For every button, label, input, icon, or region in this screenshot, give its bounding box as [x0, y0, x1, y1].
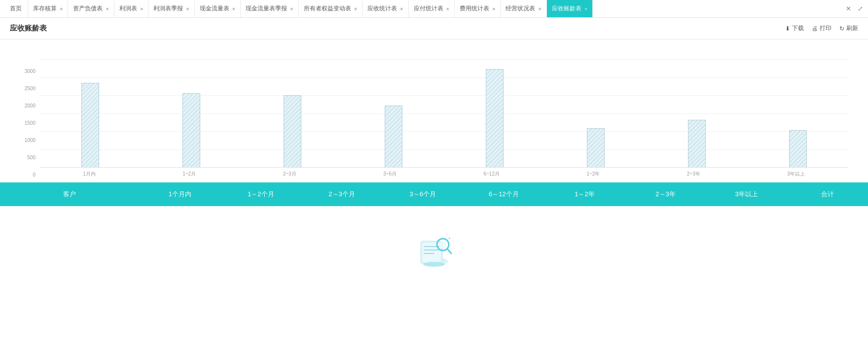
tab-ar-stats[interactable]: 应收统计表 ×	[362, 0, 408, 18]
chart-body: 1月内1~2月2~3月3~6月6~12月1~2年2~3年3年以上	[39, 59, 848, 178]
bar-group-4	[486, 69, 504, 168]
tab-equity[interactable]: 所有者权益变动表 ×	[299, 0, 362, 18]
svg-point-8	[439, 241, 447, 248]
svg-text:·: ·	[450, 241, 451, 244]
tab-close-profit[interactable]: ×	[140, 6, 143, 12]
tab-close-equity[interactable]: ×	[354, 6, 357, 12]
tab-expense-stats[interactable]: 费用统计表 ×	[455, 0, 501, 18]
bar-group-1	[182, 93, 200, 168]
th-1-2month: 1～2个月	[220, 190, 301, 199]
zero-line	[39, 167, 848, 168]
x-label-4: 6~12月	[483, 171, 500, 178]
th-customer: 客户	[0, 190, 140, 199]
y-label-0: 0	[20, 173, 36, 178]
tab-profit-quarterly[interactable]: 利润表季报 ×	[148, 0, 194, 18]
tab-close-ar-aging[interactable]: ×	[584, 6, 587, 12]
x-label-0: 1月内	[83, 171, 96, 178]
maximize-button[interactable]: ⤢	[856, 5, 864, 13]
tab-close-ar-stats[interactable]: ×	[400, 6, 403, 12]
tab-close-cashflow[interactable]: ×	[232, 6, 235, 12]
main-content: 0 500 1000 1500 2000 2500 3000	[0, 39, 868, 355]
bar-group-2	[284, 95, 301, 168]
tab-close-operations[interactable]: ×	[538, 6, 541, 12]
tab-operations[interactable]: 经营状况表 ×	[501, 0, 546, 18]
bar-group-5	[587, 128, 605, 168]
svg-point-6	[423, 262, 445, 267]
x-label-2: 2~3月	[283, 171, 296, 178]
bars-row	[39, 59, 848, 168]
print-button[interactable]: 🖨 打印	[812, 24, 832, 33]
tab-profit[interactable]: 利润表 ×	[114, 0, 148, 18]
bar-group-3	[385, 106, 402, 168]
tab-inventory[interactable]: 库存核算 ×	[28, 0, 68, 18]
th-1month: 1个月内	[140, 190, 220, 199]
y-label-500: 500	[20, 155, 36, 160]
empty-illustration: ✦ ·	[409, 226, 459, 275]
y-label-2000: 2000	[20, 104, 36, 108]
tab-cashflow-quarterly[interactable]: 现金流量表季报 ×	[241, 0, 298, 18]
table-body: ✦ ·	[0, 206, 868, 355]
window-controls: ✕ ⤢	[844, 5, 864, 13]
svg-line-9	[447, 249, 451, 253]
bar-group-0	[81, 83, 99, 168]
svg-text:✦: ✦	[448, 236, 451, 241]
y-label-1500: 1500	[20, 121, 36, 126]
tab-close-balance[interactable]: ×	[106, 6, 108, 12]
tab-cashflow[interactable]: 现金流量表 ×	[195, 0, 241, 18]
x-label-3: 3~6月	[383, 171, 397, 178]
tab-ap-stats[interactable]: 应付统计表 ×	[409, 0, 455, 18]
th-total: 合计	[787, 190, 868, 199]
th-3-6month: 3～6个月	[382, 190, 463, 199]
tab-balance[interactable]: 资产负债表 ×	[68, 0, 114, 18]
tab-close-cashflow-quarterly[interactable]: ×	[290, 6, 293, 12]
bar-group-7	[789, 130, 807, 168]
y-label-2500: 2500	[20, 86, 36, 91]
print-icon: 🖨	[812, 25, 818, 32]
table-header: 客户1个月内1～2个月2～3个月3～6个月6～12个月1～2年2～3年3年以上合…	[0, 182, 868, 206]
y-label-1000: 1000	[20, 138, 36, 143]
svg-rect-2	[422, 243, 441, 262]
tab-home[interactable]: 首页	[4, 0, 28, 18]
refresh-button[interactable]: ↻ 刷新	[839, 24, 858, 33]
y-axis: 0 500 1000 1500 2000 2500 3000	[20, 69, 36, 178]
refresh-icon: ↻	[839, 25, 844, 32]
x-label-1: 1~2月	[182, 171, 196, 178]
tab-ar-aging[interactable]: 应收账龄表 ×	[547, 0, 593, 18]
page-header: 应收账龄表 ⬇ 下载 🖨 打印 ↻ 刷新	[0, 18, 868, 39]
x-label-6: 2~3年	[687, 171, 700, 178]
tab-close-expense-stats[interactable]: ×	[492, 6, 495, 12]
tab-close-ap-stats[interactable]: ×	[446, 6, 449, 12]
th-2-3year: 2～3年	[625, 190, 706, 199]
tab-close-profit-quarterly[interactable]: ×	[186, 6, 189, 12]
header-actions: ⬇ 下载 🖨 打印 ↻ 刷新	[785, 24, 858, 33]
tab-close-inventory[interactable]: ×	[60, 6, 63, 12]
x-label-7: 3年以上	[787, 171, 805, 178]
minimize-button[interactable]: ✕	[844, 5, 852, 13]
chart-area: 0 500 1000 1500 2000 2500 3000	[0, 39, 868, 182]
y-label-3000: 3000	[20, 69, 36, 74]
download-icon: ⬇	[785, 25, 790, 32]
x-label-5: 1~2年	[586, 171, 600, 178]
th-3year-plus: 3年以上	[706, 190, 787, 199]
tab-bar: 首页 库存核算 × 资产负债表 × 利润表 × 利润表季报 × 现金流量表 × …	[0, 0, 868, 18]
th-1-2year: 1～2年	[544, 190, 625, 199]
chart-container: 0 500 1000 1500 2000 2500 3000	[20, 49, 848, 178]
download-button[interactable]: ⬇ 下载	[785, 24, 804, 33]
th-6-12month: 6～12个月	[463, 190, 544, 199]
bar-group-6	[688, 120, 706, 168]
empty-state: ✦ ·	[409, 216, 459, 275]
page-title: 应收账龄表	[10, 24, 47, 33]
th-2-3month: 2～3个月	[301, 190, 382, 199]
x-labels: 1月内1~2月2~3月3~6月6~12月1~2年2~3年3年以上	[39, 171, 848, 178]
